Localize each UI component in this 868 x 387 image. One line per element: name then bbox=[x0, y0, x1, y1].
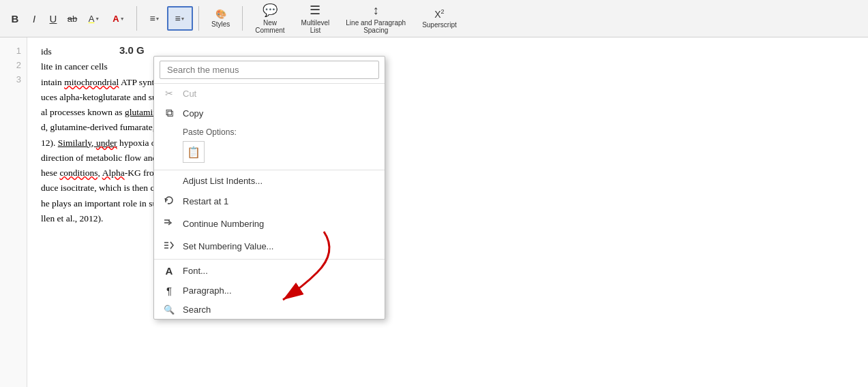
formatting-group: B I U ab A ▼ A ▼ bbox=[5, 6, 131, 31]
adjust-indents-label: Adjust List Indents... bbox=[183, 176, 376, 186]
underline-icon: U bbox=[50, 13, 57, 25]
paste-keep-source-button[interactable]: 📋 bbox=[183, 141, 205, 163]
search-menus-input[interactable] bbox=[160, 61, 379, 79]
paragraph-menu-item[interactable]: ¶ Paragraph... bbox=[154, 281, 385, 300]
styles-label: Styles bbox=[211, 20, 230, 28]
alpha-text: Alpha bbox=[102, 168, 125, 178]
underline-button[interactable]: U bbox=[44, 6, 63, 31]
superscript-button[interactable]: X2 Superscript bbox=[415, 3, 464, 33]
line-number-3: 3 bbox=[0, 73, 21, 87]
mitochrondrial-text: mitochrondrial bbox=[64, 77, 119, 87]
adjust-indents-menu-item[interactable]: Adjust List Indents... bbox=[154, 172, 385, 190]
superscript-label: Superscript bbox=[422, 21, 457, 29]
context-menu: ✂ Cut ⧉ Copy Paste Options: 📋 Adjust Lis… bbox=[153, 56, 385, 320]
highlight-arrow: ▼ bbox=[95, 16, 100, 21]
bullets-arrow: ▼ bbox=[155, 16, 160, 21]
multilevel-button[interactable]: ☰ MultilevelList bbox=[295, 3, 337, 33]
bullets-icon: ≡ bbox=[149, 13, 155, 24]
numbering-dropdown[interactable]: ≡ ▼ bbox=[167, 6, 193, 31]
list-group: ≡ ▼ ≡ ▼ bbox=[143, 6, 193, 31]
superscript-icon: X2 bbox=[434, 8, 444, 20]
bullets-dropdown[interactable]: ≡ ▼ bbox=[143, 6, 167, 31]
restart-icon bbox=[162, 194, 176, 208]
margin-number: 3.0 G bbox=[119, 44, 145, 56]
line-spacing-icon: ↕ bbox=[373, 3, 379, 18]
font-menu-item[interactable]: A Font... bbox=[154, 261, 385, 281]
bold-icon: B bbox=[12, 13, 19, 25]
menu-divider-2 bbox=[154, 259, 385, 260]
main-content: 3.0 G 1 2 3 ids lite in cancer cells int… bbox=[0, 37, 868, 387]
bold-button[interactable]: B bbox=[5, 6, 25, 31]
search-menu-item[interactable]: 🔍 Search bbox=[154, 300, 385, 319]
italic-button[interactable]: I bbox=[25, 6, 44, 31]
highlight-dropdown[interactable]: A ▼ bbox=[82, 6, 106, 31]
numbering-icon: ≡ bbox=[175, 13, 180, 24]
font-color-arrow: ▼ bbox=[120, 16, 125, 21]
multilevel-label: MultilevelList bbox=[301, 19, 330, 34]
strikethrough-icon: ab bbox=[68, 14, 77, 24]
cut-menu-item[interactable]: ✂ Cut bbox=[154, 84, 385, 103]
styles-button[interactable]: 🎨 Styles bbox=[205, 3, 237, 33]
separator-1 bbox=[136, 6, 137, 31]
paragraph-label: Paragraph... bbox=[183, 285, 376, 296]
styles-icon: 🎨 bbox=[215, 9, 226, 19]
set-value-label: Set Numbering Value... bbox=[183, 241, 376, 251]
line-numbers: 1 2 3 bbox=[0, 37, 27, 387]
separator-3 bbox=[242, 6, 243, 31]
font-label: Font... bbox=[183, 266, 376, 276]
line-number-1: 1 bbox=[0, 44, 21, 59]
font-color-dropdown[interactable]: A ▼ bbox=[106, 6, 131, 31]
line-number-2: 2 bbox=[0, 59, 21, 73]
strikethrough-button[interactable]: ab bbox=[63, 6, 82, 31]
new-comment-icon: 💬 bbox=[263, 3, 278, 18]
restart-label: Restart at 1 bbox=[183, 196, 376, 206]
line-spacing-label: Line and ParagraphSpacing bbox=[346, 19, 406, 34]
paste-options-label: Paste Options: bbox=[154, 123, 385, 138]
cut-label: Cut bbox=[183, 89, 376, 99]
paragraph-icon: ¶ bbox=[162, 285, 176, 296]
paste-options-section: Paste Options: 📋 bbox=[154, 123, 385, 168]
cut-icon: ✂ bbox=[162, 88, 176, 99]
separator-2 bbox=[198, 6, 199, 31]
new-comment-button[interactable]: 💬 NewComment bbox=[248, 3, 291, 33]
copy-icon: ⧉ bbox=[162, 107, 176, 119]
font-color-icon: A bbox=[113, 14, 119, 24]
continue-numbering-icon bbox=[162, 217, 176, 231]
set-value-icon bbox=[162, 239, 176, 253]
continue-numbering-label: Continue Numbering bbox=[183, 219, 376, 229]
paste-icons-row: 📋 bbox=[154, 138, 385, 168]
restart-menu-item[interactable]: Restart at 1 bbox=[154, 190, 385, 213]
search-icon: 🔍 bbox=[162, 305, 176, 315]
continue-numbering-menu-item[interactable]: Continue Numbering bbox=[154, 213, 385, 235]
new-comment-label: NewComment bbox=[255, 19, 284, 34]
copy-label: Copy bbox=[183, 108, 376, 119]
similarly-text: Similarly, under bbox=[58, 138, 117, 148]
toolbar: B I U ab A ▼ A ▼ ≡ ▼ ≡ ▼ 🎨 bbox=[0, 0, 868, 37]
paste-keep-source-icon: 📋 bbox=[187, 146, 200, 159]
multilevel-icon: ☰ bbox=[310, 3, 320, 18]
font-icon: A bbox=[162, 265, 176, 277]
italic-icon: I bbox=[33, 13, 35, 25]
copy-menu-item[interactable]: ⧉ Copy bbox=[154, 103, 385, 123]
menu-divider-1 bbox=[154, 170, 385, 170]
line-spacing-button[interactable]: ↕ Line and ParagraphSpacing bbox=[339, 3, 413, 33]
highlight-icon: A bbox=[89, 14, 95, 24]
search-box-container bbox=[154, 57, 385, 84]
conditions-text: conditions, bbox=[59, 168, 100, 178]
numbering-arrow: ▼ bbox=[181, 16, 185, 21]
search-label: Search bbox=[183, 305, 376, 315]
set-value-menu-item[interactable]: Set Numbering Value... bbox=[154, 235, 385, 258]
